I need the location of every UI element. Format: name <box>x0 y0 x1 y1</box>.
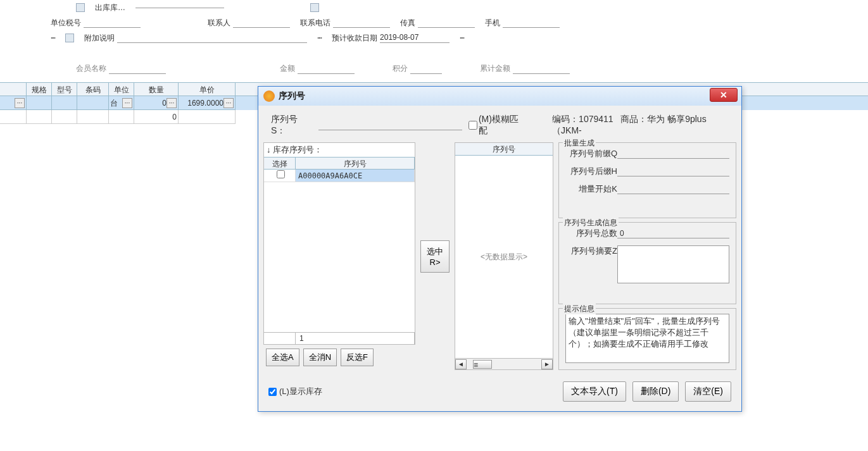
serial-value: A00000A9A6A0CE <box>296 170 415 182</box>
background-form: 出库库… 单位税号 联系人 联系电话 传真 手机 ··· 附加说明 ··· 预计… <box>0 0 868 46</box>
close-button[interactable]: ✕ <box>710 88 738 102</box>
scroll-thumb[interactable]: ≡ <box>473 360 492 369</box>
search-row: 序列号S： (M)模糊匹配 编码：1079411 商品：华为 畅享9plus （… <box>271 116 736 135</box>
phone-field: 联系电话 <box>300 18 390 28</box>
selected-panel: 序列号 <无数据显示> ◄ ≡ ► <box>455 142 553 370</box>
start-label: 增量开始K <box>565 183 617 195</box>
text-import-button[interactable]: 文本导入(T) <box>563 381 626 402</box>
delete-button[interactable]: 删除(D) <box>632 381 679 402</box>
summary-label: 序列号摘要Z <box>565 245 617 257</box>
member-amount-label: 金额 <box>280 63 295 74</box>
tip-legend: 提示信息 <box>563 304 596 314</box>
dots-icon[interactable]: ··· <box>122 98 132 108</box>
dialog-title: 序列号 <box>279 90 305 102</box>
tip-text: 输入"增量结束"后"回车"，批量生成序列号（建议单据里一条明细记录不超过三千个）… <box>565 314 729 363</box>
info-group: 序列号生成信息 序列号总数0 序列号摘要Z <box>558 222 736 304</box>
cell-qty: 0 <box>134 110 179 124</box>
dots-icon[interactable]: ··· <box>317 34 322 42</box>
selected-header[interactable]: 序列号 <box>455 143 553 156</box>
prefix-label: 序列号前缀Q <box>565 148 617 159</box>
row-checkbox[interactable] <box>277 170 285 178</box>
mobile-field: 手机 <box>485 18 560 28</box>
cell-unit: 台 <box>109 96 122 110</box>
show-stock-checkbox[interactable]: (L)显示库存 <box>268 386 322 397</box>
date-field: 预计收款日期 2019-08-07 <box>332 33 450 44</box>
scroll-left-icon[interactable]: ◄ <box>455 359 467 369</box>
col-price[interactable]: 单价 <box>179 83 236 96</box>
dots-icon[interactable]: ··· <box>223 98 234 108</box>
date-value[interactable]: 2019-08-07 <box>380 33 450 43</box>
col-barcode[interactable]: 条码 <box>77 83 109 96</box>
tip-group: 提示信息 输入"增量结束"后"回车"，批量生成序列号（建议单据里一条明细记录不超… <box>558 308 736 370</box>
summary-textarea[interactable] <box>617 245 729 283</box>
scroll-right-icon[interactable]: ► <box>541 359 553 369</box>
inventory-title: ↓ 库存序列号： <box>264 143 415 157</box>
app-icon <box>263 90 275 102</box>
bg-label: 出库库… <box>95 3 125 13</box>
col-qty[interactable]: 数量 <box>134 83 179 96</box>
empty-text: <无数据显示> <box>455 156 553 358</box>
move-right-button[interactable]: 选中R> <box>420 240 450 273</box>
deselect-all-button[interactable]: 全消N <box>303 349 337 366</box>
toolbar-icon <box>310 3 319 12</box>
dots-icon[interactable]: ··· <box>167 98 177 108</box>
attach-icon[interactable] <box>65 34 74 42</box>
dots-icon[interactable]: ··· <box>15 98 25 108</box>
col-select[interactable]: 选择 <box>264 158 296 169</box>
info-legend: 序列号生成信息 <box>563 218 619 228</box>
cell-qty: 0 <box>134 96 167 110</box>
member-total-label: 累计金额 <box>480 63 510 74</box>
select-all-button[interactable]: 全选A <box>266 349 299 366</box>
batch-legend: 批量生成 <box>563 138 596 149</box>
inventory-panel: ↓ 库存序列号： 选择 序列号 A00000A9A6A0CE 1 <box>263 142 415 345</box>
serial-dialog: 序列号 ✕ 序列号S： (M)模糊匹配 编码：1079411 商品：华为 畅享9… <box>258 86 742 412</box>
member-points-label: 积分 <box>393 63 408 74</box>
fuzzy-checkbox[interactable]: (M)模糊匹配 <box>469 114 527 137</box>
toolbar-icon <box>76 3 85 12</box>
cell-price: 1699.0000 <box>179 96 223 110</box>
start-input[interactable] <box>617 184 729 194</box>
col-serial[interactable]: 序列号 <box>296 158 415 169</box>
code-info: 编码：1079411 商品：华为 畅享9plus （JKM- <box>552 114 736 137</box>
batch-group: 批量生成 序列号前缀Q 序列号后缀H 增量开始K <box>558 142 736 218</box>
inventory-row[interactable]: A00000A9A6A0CE <box>264 170 415 182</box>
dots-icon[interactable]: ··· <box>460 34 464 42</box>
contact-field: 联系人 <box>208 18 290 28</box>
col-unit[interactable]: 单位 <box>109 83 134 96</box>
total-value: 0 <box>617 229 729 238</box>
dots-icon[interactable]: ··· <box>51 34 55 42</box>
serial-label: 序列号S： <box>271 114 312 137</box>
inventory-footer: 1 <box>264 332 415 344</box>
titlebar[interactable]: 序列号 ✕ <box>258 87 741 106</box>
col-model[interactable]: 型号 <box>52 83 77 96</box>
col-spec[interactable]: 规格 <box>27 83 52 96</box>
clear-button[interactable]: 清空(E) <box>685 381 731 402</box>
scrollbar[interactable]: ◄ ≡ ► <box>455 358 553 369</box>
member-row: 会员名称 金额 积分 累计金额 <box>0 63 868 74</box>
serial-input[interactable] <box>318 120 462 130</box>
inventory-count: 1 <box>296 333 415 344</box>
fax-field: 传真 <box>400 18 475 28</box>
attach-field: 附加说明 <box>84 33 307 44</box>
suffix-label: 序列号后缀H <box>565 166 617 177</box>
suffix-input[interactable] <box>617 166 729 176</box>
tax-field: 单位税号 <box>51 18 141 28</box>
member-name-label: 会员名称 <box>76 63 106 74</box>
prefix-input[interactable] <box>617 149 729 159</box>
total-label: 序列号总数 <box>565 228 617 239</box>
invert-selection-button[interactable]: 反选F <box>341 349 374 366</box>
